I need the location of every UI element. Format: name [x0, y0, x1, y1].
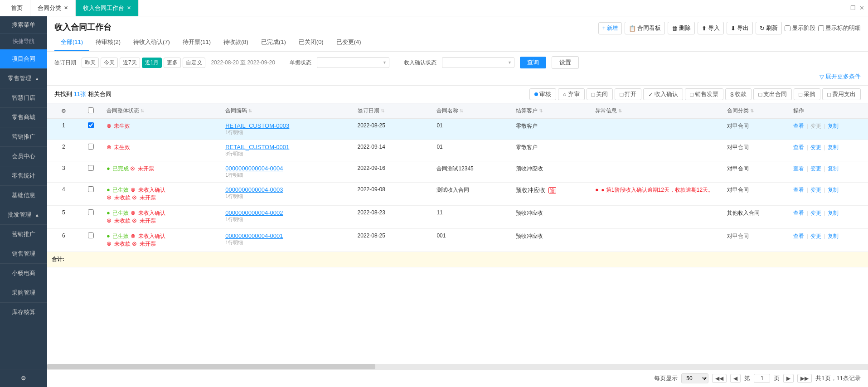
sidebar-item-sales-management[interactable]: 销售管理 — [0, 244, 47, 264]
sidebar-item-retail-mall[interactable]: 零售商城 — [0, 108, 47, 127]
tab-closed[interactable]: 已关闭(0) — [292, 34, 330, 51]
next-page-button[interactable]: ▶ — [783, 374, 794, 383]
horizontal-scrollbar[interactable] — [47, 364, 868, 369]
sidebar-item-retail-management[interactable]: 零售管理 ▲ — [0, 69, 47, 88]
view-btn-6[interactable]: 查看 — [793, 233, 804, 239]
sidebar-item-smart-store[interactable]: 智慧门店 — [0, 88, 47, 108]
date-today[interactable]: 今天 — [101, 58, 118, 68]
copy-btn-3[interactable]: 复制 — [828, 165, 839, 172]
close-button[interactable]: □ 关闭 — [587, 88, 613, 100]
sales-invoice-button[interactable]: □ 销售发票 — [685, 88, 723, 100]
income-confirm-button[interactable]: ✓ 收入确认 — [643, 88, 683, 100]
doc-status-select[interactable] — [317, 57, 389, 68]
copy-btn-4[interactable]: 复制 — [828, 187, 839, 193]
row-checkbox[interactable] — [80, 119, 102, 140]
query-button[interactable]: 查询 — [520, 57, 546, 68]
tab-close-contract-category[interactable]: ✕ — [64, 5, 68, 11]
view-btn-4[interactable]: 查看 — [793, 187, 804, 193]
abandon-audit-button[interactable]: ○ 弃审 — [558, 88, 585, 100]
tab-pending-receipt[interactable]: 待收款(8) — [217, 34, 255, 51]
expense-contract-button[interactable]: □ 支出合同 — [753, 88, 792, 100]
row-checkbox[interactable] — [80, 183, 102, 206]
view-btn-1[interactable]: 查看 — [793, 123, 804, 129]
page-size-select[interactable]: 50 — [681, 373, 708, 383]
expense-button[interactable]: □ 费用支出 — [822, 88, 861, 100]
close-window-icon[interactable]: ✕ — [859, 5, 864, 11]
sidebar-item-marketing[interactable]: 营销推广 — [0, 127, 47, 147]
view-btn-2[interactable]: 查看 — [793, 144, 804, 150]
contract-code-link[interactable]: RETAIL_CUSTOM-0001 — [225, 144, 289, 150]
sidebar-item-marketing-2[interactable]: 营销推广 — [0, 225, 47, 244]
contract-code-link[interactable]: RETAIL_CUSTOM-0003 — [225, 122, 289, 129]
date-1month[interactable]: 近1月 — [142, 58, 162, 68]
sidebar-search[interactable]: 搜索菜单 — [0, 16, 47, 34]
sidebar-item-member-center[interactable]: 会员中心 — [0, 147, 47, 166]
row-check-5[interactable] — [88, 209, 94, 215]
export-button[interactable]: ⬇ 导出 — [727, 22, 753, 34]
contract-code-link[interactable]: 0000000000004-0003 — [225, 186, 283, 193]
show-detail-checkbox[interactable] — [818, 25, 824, 31]
row-checkbox[interactable] — [80, 161, 102, 183]
row-check-6[interactable] — [88, 232, 94, 238]
sidebar-item-basic-info[interactable]: 基础信息 — [0, 186, 47, 205]
sidebar-item-wholesale-management[interactable]: 批发管理 ▲ — [0, 205, 47, 225]
row-checkbox[interactable] — [80, 206, 102, 229]
tab-changed[interactable]: 已变更(4) — [330, 34, 368, 51]
tab-all[interactable]: 全部(11) — [54, 34, 89, 51]
change-btn-3[interactable]: 变更 — [810, 165, 821, 172]
restore-icon[interactable]: ❐ — [850, 5, 856, 11]
view-btn-5[interactable]: 查看 — [793, 210, 804, 216]
copy-btn-1[interactable]: 复制 — [828, 123, 839, 129]
import-button[interactable]: ⬆ 导入 — [698, 22, 724, 34]
contract-board-button[interactable]: 📋 合同看板 — [625, 22, 665, 34]
tab-pending-review[interactable]: 待审核(2) — [89, 34, 127, 51]
change-btn-2[interactable]: 变更 — [810, 144, 821, 150]
purchase-button[interactable]: □ 采购 — [794, 88, 820, 100]
page-number-input[interactable] — [754, 374, 770, 383]
last-page-button[interactable]: ▶▶ — [797, 374, 812, 383]
filter-settings-button[interactable]: 设置 — [552, 56, 579, 69]
change-btn-6[interactable]: 变更 — [810, 233, 821, 239]
tab-pending-invoice[interactable]: 待开票(11) — [176, 34, 217, 51]
delete-button[interactable]: 🗑 删除 — [668, 22, 695, 34]
date-yesterday[interactable]: 昨天 — [82, 58, 99, 68]
sidebar-item-inventory[interactable]: 库存核算 — [0, 303, 47, 322]
add-button[interactable]: + 新增 — [598, 22, 622, 34]
show-stage-checkbox[interactable] — [785, 25, 790, 31]
copy-btn-2[interactable]: 复制 — [828, 144, 839, 150]
income-confirm-select[interactable] — [442, 57, 514, 68]
open-button[interactable]: □ 打开 — [615, 88, 641, 100]
tab-close-income-contract[interactable]: ✕ — [127, 5, 131, 11]
prev-page-button[interactable]: ◀ — [730, 374, 741, 383]
sidebar-item-purchase-management[interactable]: 采购管理 — [0, 283, 47, 303]
expand-filter-button[interactable]: ▽ 展开更多条件 — [820, 73, 861, 81]
sidebar-settings[interactable]: ⚙ — [0, 369, 47, 387]
row-check-3[interactable] — [88, 165, 94, 171]
date-custom[interactable]: 自定义 — [183, 58, 205, 68]
tab-home[interactable]: 首页 — [4, 0, 30, 16]
tab-income-contract[interactable]: 收入合同工作台 ✕ — [76, 0, 139, 16]
first-page-button[interactable]: ◀◀ — [712, 374, 727, 383]
view-btn-3[interactable]: 查看 — [793, 165, 804, 172]
row-check-4[interactable] — [88, 186, 94, 192]
receipt-button[interactable]: $ 收款 — [725, 88, 752, 100]
change-btn-5[interactable]: 变更 — [810, 210, 821, 216]
select-all-checkbox[interactable] — [88, 107, 94, 113]
row-checkbox[interactable] — [80, 229, 102, 252]
row-checkbox[interactable] — [80, 140, 102, 161]
contract-code-link[interactable]: 0000000000004-0002 — [225, 209, 283, 216]
refresh-button[interactable]: ↻ 刷新 — [756, 22, 782, 34]
copy-btn-6[interactable]: 复制 — [828, 233, 839, 239]
th-checkbox[interactable] — [80, 103, 102, 119]
audit-button[interactable]: 审核 — [529, 88, 556, 100]
row-check-2[interactable] — [88, 144, 94, 150]
contract-code-link[interactable]: 0000000000004-0004 — [225, 165, 283, 172]
date-7days[interactable]: 近7天 — [120, 58, 140, 68]
date-more[interactable]: 更多 — [164, 58, 181, 68]
row-check-1[interactable] — [88, 122, 94, 128]
contract-code-link[interactable]: 0000000000004-0001 — [225, 232, 283, 239]
copy-btn-5[interactable]: 复制 — [828, 210, 839, 216]
change-btn-4[interactable]: 变更 — [810, 187, 821, 193]
tab-pending-income-confirm[interactable]: 待收入确认(7) — [127, 34, 176, 51]
th-config[interactable]: ⚙ — [47, 103, 80, 119]
